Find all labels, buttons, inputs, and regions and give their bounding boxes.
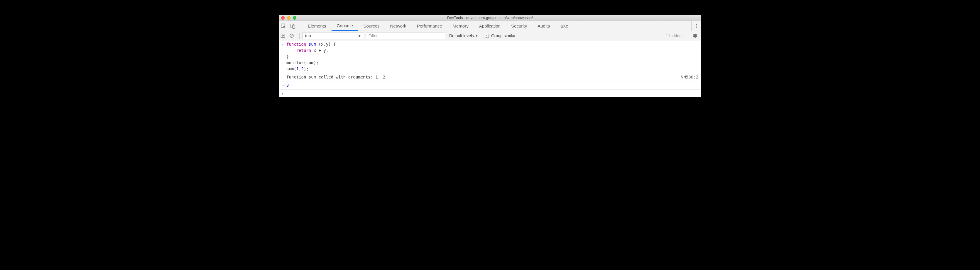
- svg-rect-2: [293, 25, 295, 28]
- prompt-input[interactable]: [286, 90, 701, 96]
- inspect-element-icon[interactable]: [279, 21, 288, 31]
- tab-console[interactable]: Console: [332, 21, 358, 31]
- window-title: DevTools - developers.google.com/web/sho…: [279, 16, 701, 20]
- group-similar-checkbox[interactable]: ✓ Group similar: [482, 33, 518, 38]
- prompt-marker-icon: [279, 90, 286, 96]
- log-marker: [279, 74, 286, 80]
- main-tabbar: Elements Console Sources Network Perform…: [279, 21, 701, 31]
- more-options-icon[interactable]: [691, 21, 701, 31]
- context-value: top: [305, 33, 311, 38]
- result-value: 3: [286, 82, 701, 88]
- tab-security[interactable]: Security: [506, 21, 532, 31]
- source-link[interactable]: VM580:2: [681, 74, 701, 80]
- tab-elements[interactable]: Elements: [302, 21, 332, 31]
- svg-point-4: [696, 25, 697, 26]
- tab-performance[interactable]: Performance: [412, 21, 447, 31]
- chevron-down-icon: ▼: [475, 34, 478, 38]
- tab-application[interactable]: Application: [474, 21, 506, 31]
- console-settings-icon[interactable]: [690, 31, 700, 40]
- group-similar-label: Group similar: [491, 33, 515, 38]
- log-message: function sum called with arguments: 1, 2: [286, 74, 681, 80]
- titlebar: DevTools - developers.google.com/web/sho…: [279, 15, 701, 21]
- filter-input[interactable]: [366, 32, 445, 39]
- console-prompt-row[interactable]: [279, 90, 701, 97]
- tab-axe[interactable]: aXe: [555, 21, 574, 31]
- zoom-window-button[interactable]: [293, 16, 296, 20]
- input-marker-icon: [279, 41, 286, 72]
- console-input-echo: function sum (x,y) { return x + y; } mon…: [279, 40, 701, 73]
- output-marker-icon: [279, 82, 286, 88]
- code-block: function sum (x,y) { return x + y; } mon…: [286, 41, 701, 72]
- console-output: function sum (x,y) { return x + y; } mon…: [279, 40, 701, 97]
- console-log-row: function sum called with arguments: 1, 2…: [279, 73, 701, 81]
- separator: [300, 23, 300, 29]
- execution-context-select[interactable]: top ▼: [302, 32, 364, 39]
- checkbox-icon: ✓: [485, 34, 489, 38]
- svg-point-3: [696, 24, 697, 25]
- minimize-window-button[interactable]: [287, 16, 291, 20]
- close-window-button[interactable]: [281, 16, 285, 20]
- window-controls: [281, 16, 296, 20]
- chevron-down-icon: ▼: [357, 33, 361, 38]
- console-result-row: 3: [279, 81, 701, 90]
- show-sidebar-icon[interactable]: [280, 33, 288, 38]
- hidden-messages-count[interactable]: 1 hidden: [666, 33, 684, 38]
- device-toolbar-icon[interactable]: [288, 21, 298, 31]
- tab-sources[interactable]: Sources: [358, 21, 385, 31]
- tab-audits[interactable]: Audits: [532, 21, 555, 31]
- tab-network[interactable]: Network: [385, 21, 412, 31]
- panel-tabs: Elements Console Sources Network Perform…: [302, 21, 574, 31]
- log-levels-select[interactable]: Default levels ▼: [447, 33, 480, 38]
- devtools-window: DevTools - developers.google.com/web/sho…: [279, 15, 701, 97]
- tab-memory[interactable]: Memory: [447, 21, 474, 31]
- console-toolbar: top ▼ Default levels ▼ ✓ Group similar 1…: [279, 31, 701, 40]
- levels-label: Default levels: [449, 33, 474, 38]
- clear-console-icon[interactable]: [289, 33, 296, 38]
- svg-point-5: [696, 27, 697, 28]
